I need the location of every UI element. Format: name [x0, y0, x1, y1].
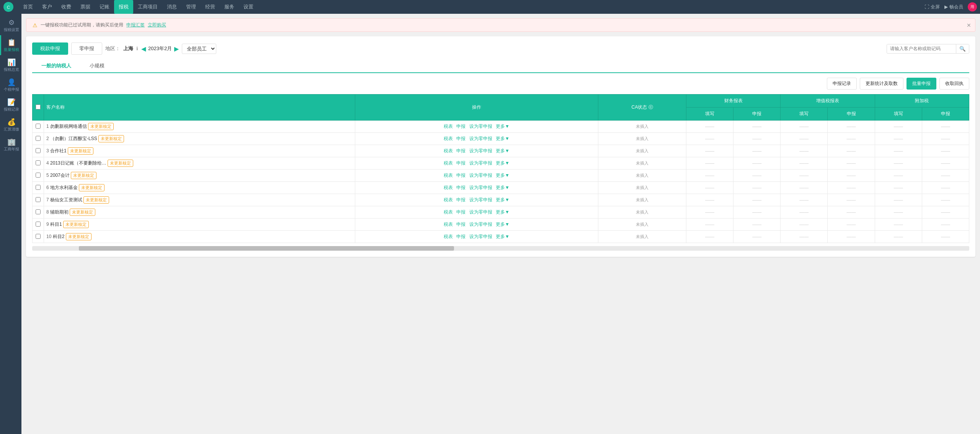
op-declare-9[interactable]: 申报: [456, 234, 466, 239]
ca-status-text-1: 未插入: [636, 136, 648, 141]
op-declare-7[interactable]: 申报: [456, 209, 466, 215]
op-zero-declare-5[interactable]: 设为零申报: [469, 185, 492, 190]
horizontal-scrollbar[interactable]: [32, 246, 969, 251]
op-declare-6[interactable]: 申报: [456, 197, 466, 202]
op-zero-declare-7[interactable]: 设为零申报: [469, 209, 492, 215]
row-checkbox-7[interactable]: [36, 209, 41, 214]
app-logo[interactable]: C: [3, 2, 14, 12]
sub-tab-small-scale[interactable]: 小规模: [80, 59, 114, 73]
op-more-9[interactable]: 更多▼: [496, 234, 510, 239]
employee-filter-select[interactable]: 全部员工: [182, 44, 216, 54]
op-tax-table-1[interactable]: 税表: [444, 136, 453, 141]
client-name-cell-8: 9 科目1 未更新核定: [44, 219, 355, 231]
notice-link1[interactable]: 申报汇签: [126, 22, 145, 28]
nav-messages[interactable]: 消息: [162, 0, 181, 14]
status-badge-2: 未更新核定: [68, 147, 93, 155]
user-avatar[interactable]: 用: [968, 2, 977, 11]
notice-link2[interactable]: 立即购买: [148, 22, 166, 28]
op-declare-5[interactable]: 申报: [456, 185, 466, 190]
notice-close-button[interactable]: ✕: [967, 22, 971, 28]
date-prev-button[interactable]: ◀: [141, 45, 146, 52]
add-fill-cell-0: ——: [875, 121, 922, 133]
op-more-1[interactable]: 更多▼: [496, 136, 510, 141]
nav-business[interactable]: 工商项目: [133, 0, 162, 14]
op-zero-declare-4[interactable]: 设为零申报: [469, 173, 492, 178]
op-declare-0[interactable]: 申报: [456, 124, 466, 129]
row-checkbox-4[interactable]: [36, 173, 41, 178]
sub-tab-general[interactable]: 一般的纳税人: [32, 59, 80, 73]
op-more-2[interactable]: 更多▼: [496, 148, 510, 153]
nav-tax[interactable]: 报税: [114, 0, 133, 14]
op-zero-declare-6[interactable]: 设为零申报: [469, 197, 492, 202]
row-checkbox-3[interactable]: [36, 160, 41, 165]
op-more-7[interactable]: 更多▼: [496, 209, 510, 215]
sidebar-item-industry-report[interactable]: 🏢 工商年报: [0, 135, 21, 155]
tab-tax-declaration[interactable]: 税款申报: [32, 42, 68, 55]
op-tax-table-2[interactable]: 税表: [444, 148, 453, 153]
member-btn[interactable]: ▶ 畅会员: [944, 4, 963, 10]
op-declare-4[interactable]: 申报: [456, 173, 466, 178]
search-button[interactable]: 🔍: [956, 44, 969, 53]
sidebar-item-settlement[interactable]: 💰 汇算清缴: [0, 115, 21, 135]
op-tax-table-9[interactable]: 税表: [444, 234, 453, 239]
op-declare-3[interactable]: 申报: [456, 160, 466, 166]
notice-text: 一键报税功能已过试用期，请购买后使用: [41, 22, 123, 28]
row-checkbox-0[interactable]: [36, 124, 41, 129]
op-tax-table-8[interactable]: 税表: [444, 222, 453, 227]
nav-fee[interactable]: 收费: [57, 0, 76, 14]
fullscreen-btn[interactable]: ⛶ 全屏: [924, 4, 940, 10]
sidebar-item-tax-settings[interactable]: ⚙ 报税设置: [0, 15, 21, 35]
ca-status-text-6: 未插入: [636, 197, 648, 202]
sidebar-item-personal-tax[interactable]: 👤 个税申报: [0, 75, 21, 95]
op-tax-table-4[interactable]: 税表: [444, 173, 453, 178]
nav-accounting[interactable]: 记账: [95, 0, 114, 14]
date-next-button[interactable]: ▶: [174, 45, 179, 52]
region-info-icon[interactable]: ℹ: [136, 46, 138, 51]
batch-declare-button[interactable]: 批量申报: [906, 78, 936, 90]
row-checkbox-1[interactable]: [36, 136, 41, 141]
op-tax-table-0[interactable]: 税表: [444, 124, 453, 129]
op-declare-1[interactable]: 申报: [456, 136, 466, 141]
op-more-5[interactable]: 更多▼: [496, 185, 510, 190]
op-zero-declare-3[interactable]: 设为零申报: [469, 160, 492, 166]
nav-operation[interactable]: 经营: [201, 0, 220, 14]
op-tax-table-3[interactable]: 税表: [444, 160, 453, 166]
op-tax-table-6[interactable]: 税表: [444, 197, 453, 202]
nav-home[interactable]: 首页: [18, 0, 38, 14]
op-zero-declare-0[interactable]: 设为零申报: [469, 124, 492, 129]
update-stats-button[interactable]: 更新统计及取数: [860, 78, 903, 90]
op-more-0[interactable]: 更多▼: [496, 124, 510, 129]
nav-service[interactable]: 服务: [220, 0, 239, 14]
nav-manage[interactable]: 管理: [181, 0, 201, 14]
sidebar-item-tax-records[interactable]: 📝 报税记录: [0, 95, 21, 115]
sidebar-item-batch-tax[interactable]: 📋 批量报税: [0, 35, 21, 55]
sidebar-item-tax-overview[interactable]: 📊 报税总览: [0, 55, 21, 75]
search-input[interactable]: [887, 44, 956, 53]
row-checkbox-8[interactable]: [36, 222, 41, 227]
op-zero-declare-9[interactable]: 设为零申报: [469, 234, 492, 239]
fin-declare-dash-7: ——: [752, 210, 761, 215]
row-checkbox-6[interactable]: [36, 197, 41, 202]
op-zero-declare-2[interactable]: 设为零申报: [469, 148, 492, 153]
op-zero-declare-1[interactable]: 设为零申报: [469, 136, 492, 141]
op-declare-2[interactable]: 申报: [456, 148, 466, 153]
withdraw-button[interactable]: 收取回执: [939, 78, 969, 90]
row-checkbox-5[interactable]: [36, 185, 41, 190]
op-tax-table-5[interactable]: 税表: [444, 185, 453, 190]
op-more-8[interactable]: 更多▼: [496, 222, 510, 227]
op-more-6[interactable]: 更多▼: [496, 197, 510, 202]
op-declare-8[interactable]: 申报: [456, 222, 466, 227]
nav-invoice[interactable]: 票据: [76, 0, 95, 14]
tab-zero-declaration[interactable]: 零申报: [71, 42, 102, 55]
row-checkbox-9[interactable]: [36, 234, 41, 239]
op-more-4[interactable]: 更多▼: [496, 173, 510, 178]
tax-fill-dash-8: ——: [799, 222, 808, 227]
nav-settings[interactable]: 设置: [239, 0, 258, 14]
op-zero-declare-8[interactable]: 设为零申报: [469, 222, 492, 227]
declare-records-button[interactable]: 申报记录: [827, 78, 857, 90]
select-all-checkbox[interactable]: [36, 104, 41, 109]
row-checkbox-2[interactable]: [36, 148, 41, 153]
nav-client[interactable]: 客户: [38, 0, 57, 14]
op-more-3[interactable]: 更多▼: [496, 160, 510, 166]
op-tax-table-7[interactable]: 税表: [444, 209, 453, 215]
